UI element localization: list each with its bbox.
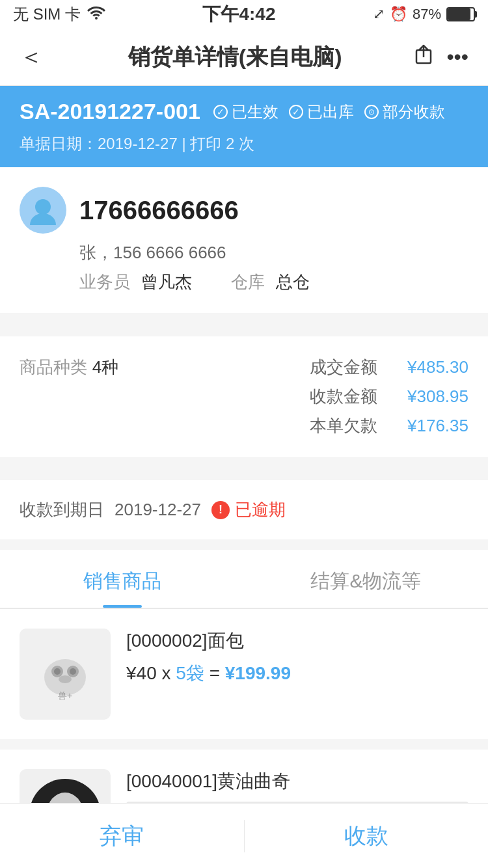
customer-name: 张，156 6666 6666 <box>79 241 468 264</box>
warehouse-section: 仓库 总仓 <box>231 271 310 293</box>
product-name-1: [0000002]面包 <box>126 629 468 653</box>
collected-value: ¥308.95 <box>390 387 468 407</box>
category-label: 商品种类 <box>20 357 87 377</box>
avatar <box>20 187 66 234</box>
order-date: 单据日期：2019-12-27 | 打印 2 次 <box>20 133 468 154</box>
cancel-button[interactable]: 弃审 <box>0 808 244 864</box>
exclamation-icon: ! <box>211 501 230 519</box>
clock-icon: ⊙ <box>364 105 379 119</box>
product-name-2: [00040001]黄油曲奇 <box>126 769 468 794</box>
carrier-text: 无 SIM 卡 <box>13 4 81 25</box>
warehouse-value: 总仓 <box>276 272 310 292</box>
alarm-icon: ⏰ <box>390 6 407 23</box>
divider-1 <box>0 326 488 336</box>
category-row: 商品种类 4种 <box>20 356 118 379</box>
customer-section: 17666666666 张，156 6666 6666 业务员 曾凡杰 仓库 总… <box>0 167 488 313</box>
more-icon[interactable]: ••• <box>446 45 468 69</box>
owed-label: 本单欠款 <box>310 414 377 437</box>
confirm-button[interactable]: 收款 <box>245 808 489 864</box>
check-icon-2: ✓ <box>289 105 303 119</box>
page-title: 销货单详情(来自电脑) <box>56 42 414 72</box>
sales-person-label: 业务员 <box>79 272 130 292</box>
customer-id: 17666666666 <box>79 196 239 225</box>
sales-person-value: 曾凡杰 <box>141 272 192 292</box>
overdue-text: 已逾期 <box>235 498 286 521</box>
due-date-label: 收款到期日 <box>20 498 104 521</box>
warehouse-label: 仓库 <box>231 272 265 292</box>
status-carrier: 无 SIM 卡 <box>13 4 105 25</box>
deal-amount-row: 成交金额 ¥485.30 <box>310 356 468 379</box>
svg-point-1 <box>35 199 51 215</box>
svg-point-7 <box>59 675 72 683</box>
nav-actions: ••• <box>414 44 468 71</box>
product-price-1: ¥40 x 5袋 = ¥199.99 <box>126 661 468 686</box>
check-icon-1: ✓ <box>213 105 228 119</box>
bottom-bar: 弃审 收款 <box>0 803 488 868</box>
svg-point-5 <box>54 668 61 675</box>
tab-products[interactable]: 销售商品 <box>0 550 244 608</box>
product-item: 兽+ [0000002]面包 ¥40 x 5袋 = ¥199.99 <box>0 609 488 739</box>
status-badge-shipped: ✓ 已出库 <box>289 102 354 122</box>
stats-left: 商品种类 4种 <box>20 356 118 379</box>
status-bar: 无 SIM 卡 下午4:42 ⤢ ⏰ 87% <box>0 0 488 29</box>
battery-icon <box>446 7 475 21</box>
product-info-1: [0000002]面包 ¥40 x 5袋 = ¥199.99 <box>126 629 468 686</box>
status-time: 下午4:42 <box>202 2 275 27</box>
divider-3 <box>0 539 488 550</box>
order-status-badges: ✓ 已生效 ✓ 已出库 ⊙ 部分收款 <box>213 102 445 122</box>
stats-section: 商品种类 4种 成交金额 ¥485.30 收款金额 ¥308.95 本单欠款 ¥… <box>0 336 488 457</box>
due-date-value: 2019-12-27 <box>115 500 201 520</box>
category-count: 4种 <box>92 357 118 377</box>
tab-settlement[interactable]: 结算&物流等 <box>244 550 488 608</box>
order-id: SA-20191227-001 <box>20 99 200 124</box>
nav-bar: ＜ 销货单详情(来自电脑) ••• <box>0 29 488 86</box>
share-icon[interactable] <box>414 44 433 71</box>
stats-right: 成交金额 ¥485.30 收款金额 ¥308.95 本单欠款 ¥176.35 <box>310 356 468 437</box>
deal-amount-label: 成交金额 <box>310 356 377 379</box>
svg-point-6 <box>70 668 76 675</box>
tabs: 销售商品 结算&物流等 <box>0 550 488 608</box>
customer-meta: 业务员 曾凡杰 仓库 总仓 <box>79 271 468 293</box>
battery-text: 87% <box>413 6 441 23</box>
tabs-section: 销售商品 结算&物流等 <box>0 550 488 609</box>
collected-label: 收款金额 <box>310 385 377 408</box>
deal-amount-value: ¥485.30 <box>390 357 468 377</box>
due-section: 收款到期日 2019-12-27 ! 已逾期 <box>0 480 488 539</box>
svg-text:兽+: 兽+ <box>58 690 72 701</box>
owed-row: 本单欠款 ¥176.35 <box>310 414 468 437</box>
product-image-1: 兽+ <box>20 629 111 720</box>
back-button[interactable]: ＜ <box>20 41 56 73</box>
order-header: SA-20191227-001 ✓ 已生效 ✓ 已出库 ⊙ 部分收款 单据日期：… <box>0 86 488 167</box>
location-icon: ⤢ <box>373 6 385 23</box>
status-right: ⤢ ⏰ 87% <box>373 6 475 23</box>
sales-person-section: 业务员 曾凡杰 <box>79 271 192 293</box>
status-badge-effected: ✓ 已生效 <box>213 102 278 122</box>
overdue-badge: ! 已逾期 <box>211 498 286 521</box>
collected-row: 收款金额 ¥308.95 <box>310 385 468 408</box>
divider-2 <box>0 470 488 480</box>
customer-row: 17666666666 <box>20 187 468 234</box>
owed-value: ¥176.35 <box>390 416 468 436</box>
wifi-icon <box>87 5 105 23</box>
status-badge-partial: ⊙ 部分收款 <box>364 102 445 122</box>
